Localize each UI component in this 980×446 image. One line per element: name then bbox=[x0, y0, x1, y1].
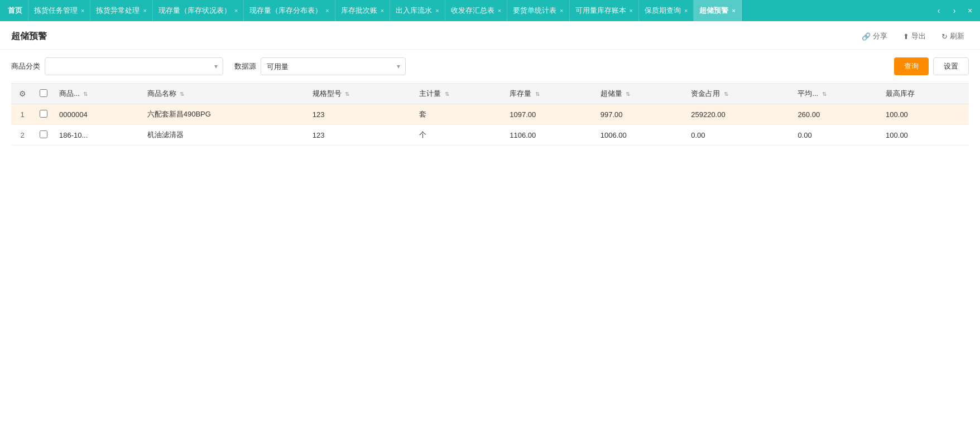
cell-product-name-2: 机油滤清器 bbox=[142, 125, 307, 146]
cell-avg-1: 260.00 bbox=[792, 104, 880, 125]
category-select-wrapper bbox=[45, 57, 223, 75]
sort-product-name-icon[interactable]: ⇅ bbox=[180, 91, 184, 97]
row-checkbox-1[interactable] bbox=[33, 104, 54, 125]
category-filter: 商品分类 bbox=[11, 57, 223, 75]
cell-max-stock-1: 100.00 bbox=[880, 104, 969, 125]
main-content: 超储预警 🔗 分享 ⬆ 导出 ↻ 刷新 商品分类 bbox=[0, 21, 980, 446]
table-row: 1 0000004 六配套新昌490BPG 123 套 1097.00 997.… bbox=[11, 104, 969, 125]
nav-tab-overstock[interactable]: 超储预警 × bbox=[694, 0, 741, 21]
nav-tab-pick-exception[interactable]: 拣货异常处理 × bbox=[90, 0, 152, 21]
sort-avg-icon[interactable]: ⇅ bbox=[822, 91, 827, 97]
close-overstock-tab[interactable]: × bbox=[732, 7, 735, 14]
cell-product-code-2: 186-10... bbox=[54, 125, 142, 146]
top-navigation: 首页 拣货任务管理 × 拣货异常处理 × 现存量（库存状况表） × 现存量（库存… bbox=[0, 0, 980, 21]
page-header: 超储预警 🔗 分享 ⬆ 导出 ↻ 刷新 bbox=[0, 21, 980, 50]
category-label: 商品分类 bbox=[11, 61, 40, 71]
col-capital-header[interactable]: 资金占用 ⇅ bbox=[685, 84, 792, 104]
query-button[interactable]: 查询 bbox=[894, 57, 929, 75]
close-flow-tab[interactable]: × bbox=[435, 7, 439, 14]
table-body: 1 0000004 六配套新昌490BPG 123 套 1097.00 997.… bbox=[11, 104, 969, 146]
row-select-1[interactable] bbox=[40, 110, 47, 118]
cell-over-stock-1: 997.00 bbox=[595, 104, 685, 125]
select-all-checkbox[interactable] bbox=[40, 89, 47, 97]
close-pick-exception-tab[interactable]: × bbox=[143, 7, 146, 14]
cell-max-stock-2: 100.00 bbox=[880, 125, 969, 146]
close-available-stock-tab[interactable]: × bbox=[630, 7, 633, 14]
close-order-stats-tab[interactable]: × bbox=[560, 7, 563, 14]
sort-stock-icon[interactable]: ⇅ bbox=[535, 91, 540, 97]
close-batch-account-tab[interactable]: × bbox=[381, 7, 384, 14]
share-icon: 🔗 bbox=[862, 32, 871, 41]
nav-tab-home[interactable]: 首页 bbox=[2, 0, 28, 21]
filter-buttons: 查询 设置 bbox=[894, 57, 969, 75]
close-quality-check-tab[interactable]: × bbox=[684, 7, 688, 14]
col-max-stock-header[interactable]: 最高库存 bbox=[880, 84, 969, 104]
nav-tab-available-stock[interactable]: 可用量库存账本 × bbox=[570, 0, 639, 21]
share-button[interactable]: 🔗 分享 bbox=[857, 29, 892, 43]
refresh-icon: ↻ bbox=[941, 32, 948, 41]
cell-spec-2: 123 bbox=[307, 125, 414, 146]
cell-unit-1: 套 bbox=[414, 104, 504, 125]
row-num-1: 1 bbox=[11, 104, 33, 125]
nav-tab-stock-status[interactable]: 现存量（库存状况表） × bbox=[153, 0, 244, 21]
page-title: 超储预警 bbox=[11, 31, 47, 42]
sort-unit-icon[interactable]: ⇅ bbox=[445, 91, 449, 97]
col-checkbox-header[interactable] bbox=[33, 84, 54, 104]
cell-product-name-1: 六配套新昌490BPG bbox=[142, 104, 307, 125]
close-pick-task-tab[interactable]: × bbox=[81, 7, 84, 14]
datasource-label: 数据源 bbox=[234, 61, 256, 71]
col-settings-header[interactable]: ⚙ bbox=[11, 84, 33, 104]
datasource-select-wrapper: 可用量 bbox=[261, 57, 406, 75]
table-header-row: ⚙ 商品... ⇅ 商品名称 ⇅ 规格型号 ⇅ bbox=[11, 84, 969, 104]
cell-stock-1: 1097.00 bbox=[504, 104, 594, 125]
table-container: ⚙ 商品... ⇅ 商品名称 ⇅ 规格型号 ⇅ bbox=[0, 83, 980, 146]
col-spec-header[interactable]: 规格型号 ⇅ bbox=[307, 84, 414, 104]
close-stock-status-tab[interactable]: × bbox=[234, 7, 238, 14]
export-button[interactable]: ⬆ 导出 bbox=[899, 29, 930, 43]
col-avg-header[interactable]: 平均... ⇅ bbox=[792, 84, 880, 104]
col-product-code-header[interactable]: 商品... ⇅ bbox=[54, 84, 142, 104]
datasource-filter: 数据源 可用量 bbox=[234, 57, 406, 75]
cell-unit-2: 个 bbox=[414, 125, 504, 146]
sort-product-code-icon[interactable]: ⇅ bbox=[83, 91, 88, 97]
cell-over-stock-2: 1006.00 bbox=[595, 125, 685, 146]
nav-prev-button[interactable]: ‹ bbox=[931, 0, 947, 21]
row-select-2[interactable] bbox=[40, 130, 47, 138]
col-stock-header[interactable]: 库存量 ⇅ bbox=[504, 84, 594, 104]
col-product-name-header[interactable]: 商品名称 ⇅ bbox=[142, 84, 307, 104]
cell-capital-2: 0.00 bbox=[685, 125, 792, 146]
cell-stock-2: 1106.00 bbox=[504, 125, 594, 146]
cell-avg-2: 0.00 bbox=[792, 125, 880, 146]
cell-capital-1: 259220.00 bbox=[685, 104, 792, 125]
table-row: 2 186-10... 机油滤清器 123 个 1106.00 1006.00 … bbox=[11, 125, 969, 146]
close-summary-tab[interactable]: × bbox=[498, 7, 501, 14]
nav-tab-summary[interactable]: 收发存汇总表 × bbox=[445, 0, 507, 21]
export-icon: ⬆ bbox=[903, 32, 909, 41]
sort-over-stock-icon[interactable]: ⇅ bbox=[626, 91, 630, 97]
datasource-select[interactable]: 可用量 bbox=[261, 57, 406, 75]
settings-button[interactable]: 设置 bbox=[933, 57, 969, 75]
col-over-stock-header[interactable]: 超储量 ⇅ bbox=[595, 84, 685, 104]
nav-tab-stock-dist[interactable]: 现存量（库存分布表） × bbox=[244, 0, 335, 21]
col-unit-header[interactable]: 主计量 ⇅ bbox=[414, 84, 504, 104]
nav-next-button[interactable]: › bbox=[947, 0, 962, 21]
category-select[interactable] bbox=[45, 57, 223, 75]
nav-tab-pick-task[interactable]: 拣货任务管理 × bbox=[28, 0, 90, 21]
nav-tab-quality-check[interactable]: 保质期查询 × bbox=[639, 0, 694, 21]
nav-tab-batch-account[interactable]: 库存批次账 × bbox=[335, 0, 390, 21]
refresh-button[interactable]: ↻ 刷新 bbox=[937, 29, 969, 43]
close-stock-dist-tab[interactable]: × bbox=[325, 7, 329, 14]
sort-spec-icon[interactable]: ⇅ bbox=[345, 91, 349, 97]
filter-area: 商品分类 数据源 可用量 查询 设置 bbox=[0, 50, 980, 83]
cell-product-code-1: 0000004 bbox=[54, 104, 142, 125]
header-actions: 🔗 分享 ⬆ 导出 ↻ 刷新 bbox=[857, 29, 969, 43]
settings-gear-icon[interactable]: ⚙ bbox=[19, 89, 26, 98]
nav-tab-flow[interactable]: 出入库流水 × bbox=[390, 0, 445, 21]
overstock-table: ⚙ 商品... ⇅ 商品名称 ⇅ 规格型号 ⇅ bbox=[11, 83, 969, 146]
sort-capital-icon[interactable]: ⇅ bbox=[724, 91, 728, 97]
row-checkbox-2[interactable] bbox=[33, 125, 54, 146]
row-num-2: 2 bbox=[11, 125, 33, 146]
nav-tab-order-stats[interactable]: 要货单统计表 × bbox=[507, 0, 569, 21]
nav-close-all-button[interactable]: × bbox=[962, 0, 978, 21]
nav-arrows: ‹ › × bbox=[931, 0, 978, 21]
